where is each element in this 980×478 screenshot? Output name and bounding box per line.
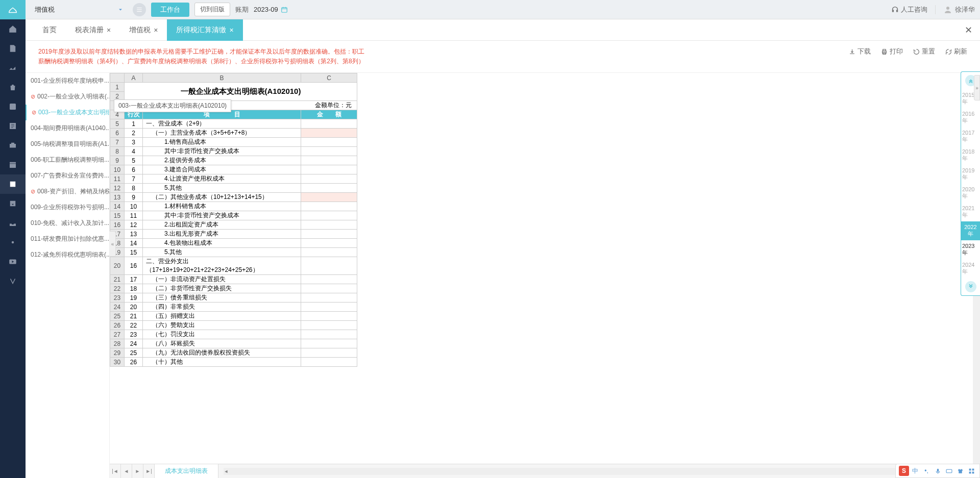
form-list-item[interactable]: ⊘003-一般企业成本支出明细... [26,105,109,120]
cell-amount[interactable] [301,330,357,339]
row-header[interactable]: 22 [110,284,125,293]
row-header[interactable]: 7 [110,138,125,147]
cell-item[interactable]: （二）其他业务成本（10+12+13+14+15） [143,193,301,202]
form-list-item[interactable]: 007-广告费和业务宣传费跨... [26,168,109,184]
nav-ledger-icon[interactable] [0,97,26,116]
cell-amount[interactable] [301,138,357,147]
year-item[interactable]: 2022年 [961,221,980,240]
row-header[interactable]: 13 [110,193,125,202]
horizontal-scrollbar[interactable]: ◄ ► [224,468,975,475]
tab-close-button[interactable]: × [154,26,158,34]
nav-asset-icon[interactable] [0,136,26,155]
cell-amount[interactable] [301,312,357,321]
form-list-item[interactable]: 011-研发费用加计扣除优惠... [26,231,109,247]
nav-calendar-icon[interactable] [0,155,26,174]
row-header[interactable]: 23 [110,293,125,303]
row-header[interactable]: 24 [110,303,125,312]
download-button[interactable]: 下载 [849,47,871,56]
row-header[interactable]: 21 [110,275,125,284]
row-header[interactable]: 27 [110,330,125,339]
tab-close-button[interactable]: × [229,26,233,34]
cell-rownum[interactable]: 3 [125,138,143,147]
cell-item[interactable]: 二、营业外支出（17+18+19+20+21+22+23+24+25+26） [143,257,301,275]
cell-amount[interactable] [301,303,357,312]
cell-amount[interactable] [301,239,357,248]
cell-amount[interactable] [301,147,357,156]
row-header[interactable]: 30 [110,358,125,367]
cell-rownum[interactable]: 16 [125,257,143,275]
cell-amount[interactable] [301,184,357,193]
nav-report-icon[interactable] [0,116,26,136]
help-link[interactable]: 人工咨询 [891,5,927,14]
row-header[interactable]: 11 [110,174,125,184]
year-item[interactable]: 2021年 [961,203,980,221]
nav-inbox-icon[interactable] [0,213,26,233]
sheet-nav-next[interactable]: ► [132,464,143,479]
hscroll-left[interactable]: ◄ [224,469,229,474]
cell-item[interactable]: 1.销售商品成本 [143,138,301,147]
row-header[interactable]: 29 [110,348,125,358]
list-toggle-button[interactable] [133,3,146,16]
row-header[interactable]: 20 [110,257,125,275]
ime-logo-icon[interactable]: S [899,466,909,476]
cell-amount[interactable] [301,202,357,211]
ime-toolbox-button[interactable] [966,466,976,476]
form-list-item[interactable]: 004-期间费用明细表(A1040... [26,120,109,136]
cell-rownum[interactable]: 26 [125,358,143,367]
nav-v-icon[interactable] [0,271,26,291]
reset-button[interactable]: 重置 [913,47,935,56]
year-down-button[interactable] [965,281,976,292]
sheet-nav-prev[interactable]: ◄ [121,464,132,479]
sheet-corner[interactable] [110,73,125,83]
sheet-nav-last[interactable]: ►| [143,464,155,479]
ime-skin-button[interactable] [955,466,965,476]
cell-rownum[interactable]: 5 [125,156,143,165]
nav-export-icon[interactable] [0,194,26,213]
cell-item[interactable]: （六）赞助支出 [143,321,301,330]
nav-tax-icon[interactable] [0,174,26,194]
cell-amount[interactable] [301,358,357,367]
ime-voice-button[interactable] [933,466,943,476]
form-list-item[interactable]: 012-减免所得税优惠明细表(... [26,247,109,263]
cell-rownum[interactable]: 25 [125,348,143,358]
form-list-item[interactable]: 005-纳税调整项目明细表(A1... [26,136,109,152]
expand-panel-button[interactable]: » [974,75,980,100]
tab-item[interactable]: 税表清册× [66,19,120,41]
cell-item[interactable]: 3.出租无形资产成本 [143,230,301,239]
cell-item[interactable]: （九）无法收回的债券股权投资损失 [143,348,301,358]
form-list-item[interactable]: 010-免税、减计收入及加计... [26,215,109,231]
cell-item[interactable]: （四）非常损失 [143,303,301,312]
form-list-item[interactable]: ⊘008-资产折旧、摊销及纳税... [26,184,109,199]
cell-item[interactable]: 5.其他 [143,248,301,257]
form-list-item[interactable]: 009-企业所得税弥补亏损明... [26,199,109,215]
spreadsheet[interactable]: A B C 1一般企业成本支出明细表(A102010) 2 3金额单位：元 4 … [110,73,357,367]
user-menu[interactable]: 徐泽华 [935,5,975,14]
cell-rownum[interactable]: 18 [125,284,143,293]
cell-rownum[interactable]: 8 [125,184,143,193]
year-item[interactable]: 2019年 [961,165,980,184]
cell-rownum[interactable]: 15 [125,248,143,257]
cell-amount[interactable] [301,211,357,220]
cell-amount[interactable] [301,174,357,184]
col-header-c[interactable]: C [301,73,357,83]
tab-item[interactable]: 首页 [33,19,66,41]
sheet-nav-first[interactable]: |◄ [110,464,121,479]
cell-rownum[interactable]: 11 [125,211,143,220]
nav-bag-icon[interactable] [0,78,26,97]
tab-item[interactable]: 所得税汇算清缴× [167,19,242,41]
cell-rownum[interactable]: 9 [125,193,143,202]
year-item[interactable]: 2023年 [961,240,980,259]
row-header[interactable]: 25 [110,312,125,321]
cell-item[interactable]: 5.其他 [143,184,301,193]
cell-rownum[interactable]: 12 [125,220,143,230]
cell-amount[interactable] [301,119,357,129]
cell-item[interactable]: （七）罚没支出 [143,330,301,339]
switch-old-button[interactable]: 切到旧版 [194,3,230,16]
form-list-item[interactable]: ⊘002-一般企业收入明细表(... [26,89,109,105]
cell-rownum[interactable]: 21 [125,312,143,321]
year-item[interactable]: 2018年 [961,146,980,165]
cell-rownum[interactable]: 6 [125,165,143,174]
cell-item[interactable]: 一、营业成本（2+9） [143,119,301,129]
cell-item[interactable]: 其中:非货币性资产交换成本 [143,211,301,220]
cell-item[interactable]: 2.出租固定资产成本 [143,220,301,230]
